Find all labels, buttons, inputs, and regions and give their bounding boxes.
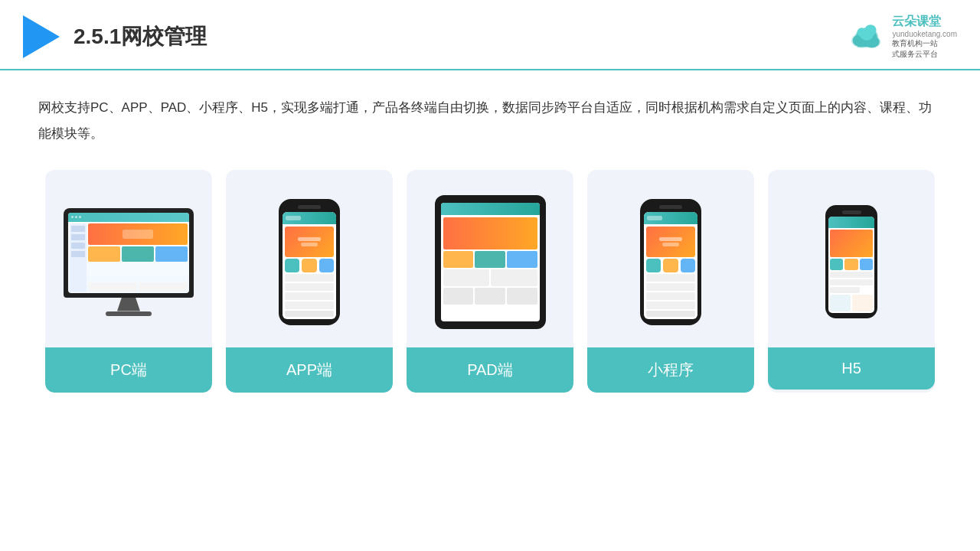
description-text: 网校支持PC、APP、PAD、小程序、H5，实现多端打通，产品各终端自由切换，数… bbox=[38, 95, 942, 147]
card-h5-image bbox=[776, 185, 927, 338]
phone-mini-notch bbox=[842, 210, 861, 214]
card-pad-image bbox=[414, 185, 566, 338]
svg-point-10 bbox=[860, 28, 874, 41]
card-app-image bbox=[234, 185, 385, 338]
page-title: 2.5.1网校管理 bbox=[74, 22, 207, 51]
brand-slogan: 教育机构一站式服务云平台 bbox=[892, 38, 957, 60]
card-miniprogram-image bbox=[595, 185, 746, 338]
logo-triangle bbox=[23, 15, 60, 58]
phone-mockup-app bbox=[279, 199, 340, 325]
card-h5-label: H5 bbox=[768, 347, 935, 390]
header-right: 云朵课堂 yunduoketang.com 教育机构一站式服务云平台 bbox=[848, 14, 957, 60]
card-pc: PC端 bbox=[45, 170, 212, 393]
phone-mockup-mini bbox=[640, 199, 701, 325]
phone-mini-screen bbox=[828, 217, 874, 313]
phone-notch-mini bbox=[659, 205, 682, 209]
phone-screen bbox=[283, 212, 336, 319]
tablet-screen bbox=[441, 203, 540, 321]
card-pad: PAD端 bbox=[407, 170, 573, 393]
tablet-mockup bbox=[435, 195, 546, 329]
main-content: 网校支持PC、APP、PAD、小程序、H5，实现多端打通，产品各终端自由切换，数… bbox=[0, 70, 980, 408]
card-pc-image bbox=[53, 185, 204, 338]
page-header: 2.5.1网校管理 云朵课堂 yunduoketang.com 教育机构一站式服… bbox=[0, 0, 980, 70]
brand-domain: yunduoketang.com bbox=[892, 30, 957, 38]
brand-logo: 云朵课堂 yunduoketang.com 教育机构一站式服务云平台 bbox=[848, 14, 957, 60]
brand-name: 云朵课堂 bbox=[892, 14, 957, 30]
card-pc-label: PC端 bbox=[45, 347, 212, 393]
card-app-label: APP端 bbox=[226, 347, 393, 393]
platform-cards: PC端 bbox=[38, 170, 942, 393]
card-miniprogram-label: 小程序 bbox=[587, 347, 754, 393]
brand-text-block: 云朵课堂 yunduoketang.com 教育机构一站式服务云平台 bbox=[892, 14, 957, 60]
header-left: 2.5.1网校管理 bbox=[23, 15, 207, 58]
phone-notch bbox=[298, 205, 321, 209]
pc-monitor-mockup bbox=[64, 208, 194, 316]
phone-screen-mini bbox=[644, 212, 697, 319]
card-app: APP端 bbox=[226, 170, 393, 393]
card-pad-label: PAD端 bbox=[407, 347, 573, 393]
cloud-icon bbox=[848, 22, 886, 51]
phone-mockup-h5 bbox=[825, 205, 877, 318]
card-miniprogram: 小程序 bbox=[587, 170, 754, 393]
card-h5: H5 bbox=[768, 170, 935, 393]
